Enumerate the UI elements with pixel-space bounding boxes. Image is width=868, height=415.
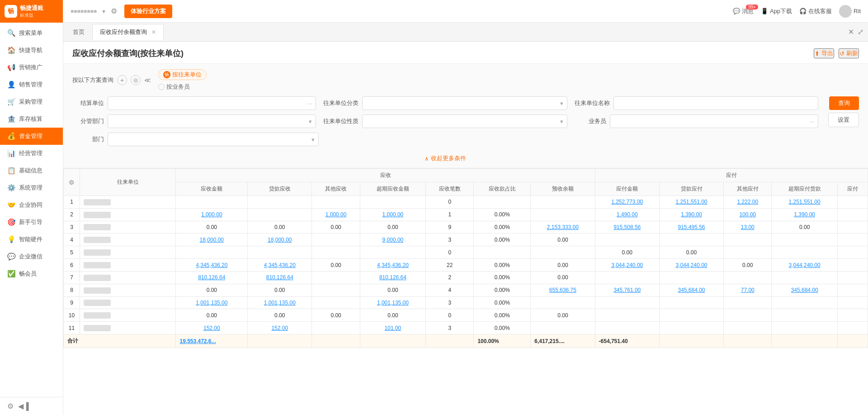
tab-close-icon[interactable]: ✕ bbox=[151, 29, 156, 35]
sidebar-item-guide[interactable]: 🎯 新手引导 bbox=[0, 214, 63, 231]
cell-ar_amount: 0.00 bbox=[176, 221, 248, 234]
query-button[interactable]: 查询 bbox=[829, 96, 859, 110]
sidebar-collapse-icon[interactable]: ◀▐ bbox=[18, 402, 28, 410]
sidebar-item-quicknav[interactable]: 🏠 快捷导航 bbox=[0, 42, 63, 59]
cell-ar_advance bbox=[531, 246, 595, 259]
cell-ar_advance: 655,636.75 bbox=[531, 284, 595, 296]
sidebar-item-label: 销售管理 bbox=[19, 81, 42, 89]
cell-ar_overdue: 101.00 bbox=[360, 322, 425, 334]
total-ar-loan bbox=[248, 334, 312, 348]
cell-entity: ■■■■■■ bbox=[80, 271, 176, 284]
sidebar-item-finance[interactable]: 💰 资金管理 bbox=[0, 128, 63, 145]
scheme-option-staff[interactable]: 按业务员 bbox=[158, 83, 207, 91]
filter-input-entityname[interactable] bbox=[613, 96, 818, 110]
col-settings-gear[interactable]: ⚙ bbox=[64, 169, 80, 196]
sidebar-item-label: 资金管理 bbox=[19, 132, 42, 140]
col-entity-header: 往来单位 bbox=[80, 169, 176, 196]
filter-collapse-link[interactable]: ∧ 收起更多条件 bbox=[72, 154, 818, 162]
filter-group-entityname: 往来单位名称 bbox=[575, 96, 818, 110]
table-row: 3■■■■■■0.000.000.000.0090.00%2,153,333.0… bbox=[64, 221, 868, 234]
filter-row-3: 部门 ▾ bbox=[72, 133, 818, 146]
sidebar-item-smart[interactable]: 💡 智能硬件 bbox=[0, 231, 63, 248]
settings-button[interactable]: 设置 bbox=[828, 113, 859, 127]
cell-ar_amount: 4,345,436.20 bbox=[176, 259, 248, 272]
filter-input-category[interactable]: ▾ bbox=[362, 96, 567, 110]
service-label: 在线客服 bbox=[808, 7, 832, 15]
app-download-label: App下载 bbox=[770, 7, 792, 15]
cell-ap_other bbox=[724, 234, 772, 246]
filter-input-salesperson[interactable]: ··· bbox=[610, 114, 818, 128]
sidebar-settings-icon[interactable]: ⚙ bbox=[7, 402, 14, 410]
cell-ap_extra bbox=[837, 196, 868, 209]
app-download-button[interactable]: 📱 App下载 bbox=[761, 7, 792, 15]
filter-add-button[interactable]: + bbox=[117, 75, 127, 85]
table-row: 5■■■■■■00.000.00 bbox=[64, 246, 868, 259]
filter-input-dept[interactable]: ▾ bbox=[108, 114, 316, 128]
col-ar-amount: 应收金额 bbox=[176, 182, 248, 196]
cell-ar_pct bbox=[474, 246, 531, 259]
sidebar-item-inventory[interactable]: 🏦 库存核算 bbox=[0, 110, 63, 128]
sidebar-item-corp[interactable]: 🤝 企业协同 bbox=[0, 196, 63, 214]
table-header-cols-row: 应收金额 贷款应收 其他应收 超期应收金额 应收笔数 应收款占比 预收余额 应付… bbox=[64, 182, 868, 196]
topbar-gear-icon[interactable]: ⚙ bbox=[111, 7, 117, 15]
sidebar-item-sales[interactable]: 👤 销售管理 bbox=[0, 76, 63, 93]
cell-ar_pct: 0.00% bbox=[474, 271, 531, 284]
cell-ap_other bbox=[724, 322, 772, 334]
total-ap-loan bbox=[659, 334, 723, 348]
user-info[interactable]: Rit bbox=[839, 5, 861, 18]
cell-idx: 9 bbox=[64, 296, 80, 309]
finance-icon: 💰 bbox=[7, 132, 15, 140]
cell-ar_count: 1 bbox=[426, 208, 474, 221]
solution-button[interactable]: 体验行业方案 bbox=[124, 5, 172, 18]
cell-ar_loan: 0.00 bbox=[248, 284, 312, 296]
filter-area: 按以下方案查询 + ◎ ≪ 畅 按往来单位 按业务员 bbox=[63, 64, 868, 168]
tab-home[interactable]: 首页 bbox=[65, 24, 92, 40]
export-button[interactable]: ⬆ 导出 bbox=[814, 48, 834, 58]
filter-row-2: 分管部门 ▾ 往来单位性质 ▾ 业务员 bbox=[72, 114, 818, 128]
online-service-button[interactable]: 🎧 在线客服 bbox=[799, 7, 832, 15]
cell-ar_amount: 0.00 bbox=[176, 284, 248, 296]
table-total-row: 合计 19,553,472,6... 100.00% 6,417,215....… bbox=[64, 334, 868, 348]
cell-ar_loan: 18,000.00 bbox=[248, 234, 312, 246]
sidebar-item-basic[interactable]: 📋 基础信息 bbox=[0, 162, 63, 179]
sidebar-item-purchase[interactable]: 🛒 采购管理 bbox=[0, 93, 63, 110]
sidebar-item-operation[interactable]: 📊 经营管理 bbox=[0, 145, 63, 162]
cell-ap_amount: 1,490.00 bbox=[595, 208, 659, 221]
table-area: ⚙ 往来单位 应收 应付 应收金额 贷款应 bbox=[63, 168, 868, 415]
filter-input-nature[interactable]: ▾ bbox=[362, 114, 567, 128]
refresh-button[interactable]: ↺ 刷新 bbox=[839, 48, 859, 58]
filter-input-dept-arrow: ▾ bbox=[309, 118, 312, 125]
tab-expand-icon[interactable]: ⤢ bbox=[858, 28, 863, 36]
sidebar-item-marketing[interactable]: 📢 营销推广 bbox=[0, 59, 63, 76]
cell-ap_amount: 0.00 bbox=[595, 246, 659, 259]
sidebar-item-label: 企业协同 bbox=[19, 201, 42, 209]
cell-ar_amount bbox=[176, 196, 248, 209]
scheme-tag-entity[interactable]: 畅 按往来单位 bbox=[158, 69, 207, 80]
sidebar-item-label: 快捷导航 bbox=[19, 46, 42, 54]
sidebar-item-system[interactable]: ⚙️ 系统管理 bbox=[0, 179, 63, 196]
cell-ar_overdue: 810,126.64 bbox=[360, 271, 425, 284]
topbar-dropdown-icon[interactable]: ▾ bbox=[102, 8, 105, 15]
filter-scheme-button[interactable]: ◎ bbox=[131, 75, 141, 85]
table-row: 6■■■■■■4,345,436.204,345,436.200.004,345… bbox=[64, 259, 868, 272]
field-label-nature: 往来单位性质 bbox=[323, 117, 359, 125]
messages-button[interactable]: 💬 消息 99+ bbox=[733, 7, 754, 15]
tab-receivable[interactable]: 应收应付余额查询 ✕ bbox=[92, 24, 164, 40]
tab-close-all-icon[interactable]: ✕ bbox=[848, 28, 854, 36]
sidebar-item-label: 系统管理 bbox=[19, 184, 42, 192]
collapse-more-label: 收起更多条件 bbox=[431, 154, 466, 162]
filter-input-settlement[interactable]: ··· bbox=[108, 96, 316, 110]
filter-input-settlement-dots: ··· bbox=[307, 100, 312, 107]
filter-row-1: 结算单位 ··· 往来单位分类 ▾ 往来单位名称 bbox=[72, 96, 818, 110]
sidebar-item-member[interactable]: ✅ 畅会员 bbox=[0, 265, 63, 282]
gear-icon[interactable]: ⚙ bbox=[69, 179, 75, 186]
sidebar-item-wechat[interactable]: 💬 企业微信 bbox=[0, 248, 63, 265]
filter-collapse-button[interactable]: ≪ bbox=[144, 76, 151, 84]
sidebar-item-search[interactable]: 🔍 搜索菜单 bbox=[0, 24, 63, 42]
content-area: 应收应付余额查询(按往来单位) ⬆ 导出 ↺ 刷新 按以下方案查询 + ◎ ≪ bbox=[63, 42, 868, 415]
topbar: ■■■■■■■■ ▾ ⚙ 体验行业方案 💬 消息 99+ 📱 App下载 🎧 在… bbox=[63, 0, 868, 23]
cell-entity: ■■■■■■ bbox=[80, 259, 176, 272]
page-header: 应收应付余额查询(按往来单位) ⬆ 导出 ↺ 刷新 bbox=[63, 42, 868, 64]
filter-input-depart[interactable]: ▾ bbox=[108, 133, 319, 146]
table-header-group-row: ⚙ 往来单位 应收 应付 bbox=[64, 169, 868, 182]
